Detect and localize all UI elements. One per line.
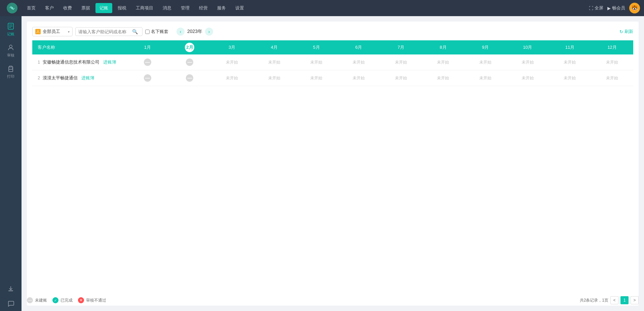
legend-completed: ✓ 已完成 (52, 297, 73, 303)
cell-2-jul: 未开始 (380, 70, 422, 86)
sidebar-item-chat[interactable] (0, 296, 22, 311)
next-year-button[interactable]: › (205, 28, 213, 36)
table-row: 2 漠漠太平畅捷通信 进账簿 — — 未开始 未开始 未开始 (32, 70, 633, 86)
svg-rect-7 (9, 69, 13, 72)
legend-teal-label: 已完成 (61, 298, 73, 303)
cell-2-apr: 未开始 (253, 70, 295, 86)
col-header-aug: 8月 (422, 40, 465, 54)
col-header-dec: 12月 (591, 40, 633, 54)
nav-service[interactable]: 服务 (213, 3, 230, 13)
fullscreen-button[interactable]: ⛶ 全屏 (589, 5, 603, 11)
top-navigation: 首页 客户 收费 票据 记账 报税 工商项目 消息 管理 经营 服务 设置 ⛶ … (0, 0, 644, 16)
cell-2-mar: 未开始 (211, 70, 253, 86)
sidebar-item-accounting[interactable]: 记账 (0, 19, 22, 40)
col-header-may: 5月 (295, 40, 338, 54)
cell-1-oct: 未开始 (507, 54, 549, 70)
sidebar-item-print[interactable]: 打印 (0, 61, 22, 82)
vip-icon: ▶ (607, 6, 611, 11)
logo[interactable] (4, 3, 20, 13)
toolbar: 人 全部员工 ▾ 🔍 名下账套 ‹ 2023年 › ↻ 刷新 (32, 27, 633, 36)
table-scroll-wrap: 客户名称 1月 2月 3月 4月 5月 6月 7月 8月 9月 (32, 40, 633, 86)
checkbox-label: 名下账套 (151, 29, 168, 35)
checkbox-myaccounts[interactable]: 名下账套 (145, 29, 168, 35)
cell-1-jul: 未开始 (380, 54, 422, 70)
legend-gray-label: 未建账 (35, 298, 47, 303)
col-header-nov: 11月 (549, 40, 591, 54)
vip-button[interactable]: ▶ 畅会员 (607, 5, 625, 11)
cell-1-nov: 未开始 (549, 54, 591, 70)
year-label: 2023年 (187, 29, 202, 35)
nav-message[interactable]: 消息 (159, 3, 175, 13)
cell-2-feb: — (169, 70, 211, 86)
nav-accounting[interactable]: 记账 (95, 3, 112, 13)
cell-company-1: 1 安徽畅捷通信息技术有限公司 进账簿 (32, 54, 126, 70)
col-header-jan: 1月 (126, 40, 169, 54)
chevron-down-icon: ▾ (68, 30, 70, 34)
current-page-button[interactable]: 1 (620, 296, 629, 304)
col-header-name: 客户名称 (32, 40, 126, 54)
nav-items: 首页 客户 收费 票据 记账 报税 工商项目 消息 管理 经营 服务 设置 (23, 3, 589, 13)
dash-circle: — (144, 74, 151, 82)
cell-1-aug: 未开始 (422, 54, 465, 70)
logo-icon (7, 3, 17, 13)
legend-red-label: 审核不通过 (86, 298, 106, 303)
account-table: 客户名称 1月 2月 3月 4月 5月 6月 7月 8月 9月 (32, 40, 633, 86)
employee-select-icon: 人 (35, 29, 41, 34)
myaccounts-checkbox[interactable] (145, 30, 150, 34)
cell-2-nov: 未开始 (549, 70, 591, 86)
sidebar-item-audit[interactable]: 审核 (0, 40, 22, 61)
legend-gray-icon: — (27, 297, 33, 303)
nav-fee[interactable]: 收费 (59, 3, 76, 13)
nav-business[interactable]: 工商项目 (132, 3, 157, 13)
svg-point-9 (12, 68, 13, 69)
nav-settings[interactable]: 设置 (231, 3, 248, 13)
company-link-1[interactable]: 进账簿 (103, 60, 116, 65)
sidebar-item-download[interactable] (0, 281, 22, 296)
active-month-circle: 2月 (185, 43, 194, 52)
cell-1-apr: 未开始 (253, 54, 295, 70)
next-page-button[interactable]: > (631, 296, 639, 304)
refresh-button[interactable]: ↻ 刷新 (619, 29, 633, 35)
prev-page-button[interactable]: < (610, 296, 618, 304)
cell-2-aug: 未开始 (422, 70, 465, 86)
col-header-oct: 10月 (507, 40, 549, 54)
dash-circle: — (186, 59, 193, 66)
col-header-sep: 9月 (464, 40, 507, 54)
company-link-2[interactable]: 进账簿 (81, 75, 94, 80)
employee-select[interactable]: 人 全部员工 ▾ (32, 27, 73, 36)
print-icon (7, 65, 15, 73)
svg-rect-10 (8, 290, 13, 291)
col-header-feb: 2月 (169, 40, 211, 54)
pagination: 共2条记录，1页 < 1 > (580, 296, 639, 304)
fullscreen-label: 全屏 (595, 5, 603, 11)
nav-operation[interactable]: 经营 (195, 3, 212, 13)
nav-tax[interactable]: 报税 (114, 3, 130, 13)
fullscreen-icon: ⛶ (589, 6, 593, 11)
col-header-apr: 4月 (253, 40, 295, 54)
legend-teal-icon: ✓ (52, 297, 58, 303)
sidebar-bottom (0, 281, 22, 311)
nav-invoice[interactable]: 票据 (77, 3, 94, 13)
col-header-mar: 3月 (211, 40, 253, 54)
table-row: 1 安徽畅捷通信息技术有限公司 进账簿 — — 未开始 未开始 未开始 (32, 54, 633, 70)
cell-1-feb: — (169, 54, 211, 70)
prev-year-button[interactable]: ‹ (176, 28, 185, 36)
legend-rejected: ✕ 审核不通过 (78, 297, 106, 303)
avatar[interactable]: 🐯 (629, 3, 640, 13)
table-header: 客户名称 1月 2月 3月 4月 5月 6月 7月 8月 9月 (32, 40, 633, 54)
search-input-wrap: 🔍 (75, 27, 143, 36)
cell-1-sep: 未开始 (464, 54, 507, 70)
accounting-icon (7, 22, 15, 30)
legend-red-icon: ✕ (78, 297, 84, 303)
search-button[interactable]: 🔍 (132, 29, 138, 34)
employee-select-text: 全部员工 (43, 29, 66, 35)
nav-manage[interactable]: 管理 (177, 3, 194, 13)
nav-home[interactable]: 首页 (23, 3, 40, 13)
cell-1-may: 未开始 (295, 54, 338, 70)
nav-customer[interactable]: 客户 (41, 3, 58, 13)
dash-circle: — (186, 74, 193, 82)
svg-point-6 (9, 45, 12, 48)
cell-2-dec: 未开始 (591, 70, 633, 86)
left-sidebar: 记账 审核 打印 (0, 16, 22, 311)
search-input[interactable] (78, 29, 132, 34)
